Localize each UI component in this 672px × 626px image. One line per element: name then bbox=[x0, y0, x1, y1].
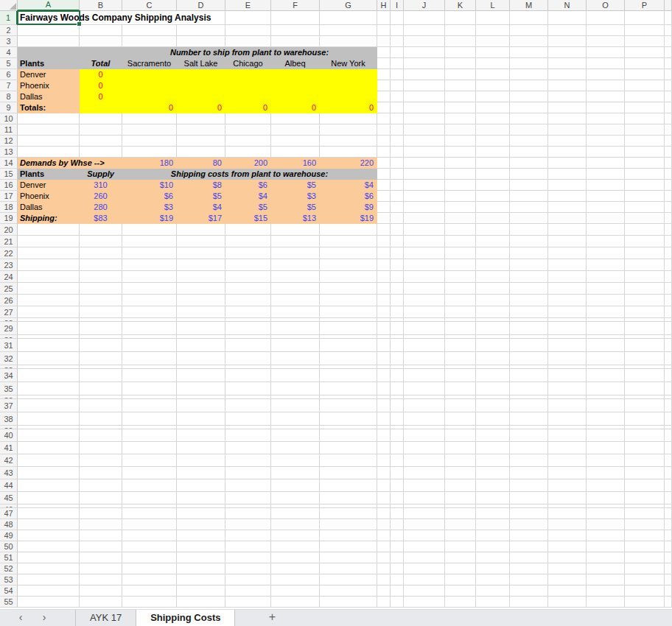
cell-G55[interactable] bbox=[320, 597, 377, 608]
col-header-partial[interactable] bbox=[665, 0, 672, 11]
cell-N32[interactable] bbox=[548, 352, 587, 365]
cell-B7[interactable]: 0 bbox=[80, 80, 122, 91]
cell-M54[interactable] bbox=[510, 585, 548, 597]
cell-J38[interactable] bbox=[404, 412, 445, 426]
cell-D18[interactable]: $4 bbox=[177, 202, 225, 213]
cell-M15[interactable] bbox=[510, 169, 548, 180]
cell-B34[interactable] bbox=[80, 369, 122, 382]
cell-G3[interactable] bbox=[320, 36, 377, 47]
cell-F38[interactable] bbox=[271, 412, 320, 426]
col-header-L[interactable]: L bbox=[476, 0, 510, 11]
cell-N42[interactable] bbox=[548, 454, 587, 467]
row-header-9[interactable]: 9 bbox=[0, 102, 18, 113]
cell-G18[interactable]: $9 bbox=[320, 202, 377, 213]
cell-L44[interactable] bbox=[476, 479, 510, 492]
cell-H23[interactable] bbox=[377, 259, 391, 271]
cell-E20[interactable] bbox=[225, 224, 271, 236]
cell-M11[interactable] bbox=[510, 124, 548, 136]
cell-B3[interactable] bbox=[80, 36, 122, 47]
cell-D22[interactable] bbox=[177, 247, 225, 259]
cell-N1[interactable] bbox=[548, 11, 587, 25]
cell-K48[interactable] bbox=[445, 519, 476, 530]
cell-x15[interactable] bbox=[665, 169, 672, 180]
cell-A54[interactable] bbox=[18, 585, 80, 597]
cell-D24[interactable] bbox=[177, 271, 225, 283]
cell-N13[interactable] bbox=[548, 147, 587, 158]
cell-L16[interactable] bbox=[476, 180, 510, 191]
cell-x10[interactable] bbox=[665, 113, 672, 124]
cell-K1[interactable] bbox=[445, 11, 476, 25]
cell-P13[interactable] bbox=[625, 147, 665, 158]
cell-I5[interactable] bbox=[391, 58, 404, 69]
cell-K37[interactable] bbox=[445, 399, 476, 412]
cell-F5[interactable]: Albeq bbox=[271, 58, 320, 69]
cell-O26[interactable] bbox=[587, 295, 625, 306]
cell-H8[interactable] bbox=[377, 91, 391, 102]
cell-B40[interactable] bbox=[80, 429, 122, 442]
cell-O5[interactable] bbox=[587, 58, 625, 69]
cell-N55[interactable] bbox=[548, 597, 587, 608]
cell-D11[interactable] bbox=[177, 124, 225, 136]
cell-O25[interactable] bbox=[587, 283, 625, 295]
cell-M41[interactable] bbox=[510, 442, 548, 454]
cell-x49[interactable] bbox=[665, 530, 672, 541]
cell-I52[interactable] bbox=[391, 563, 404, 574]
col-header-C[interactable]: C bbox=[122, 0, 177, 11]
cell-G22[interactable] bbox=[320, 247, 377, 259]
cell-I7[interactable] bbox=[391, 80, 404, 91]
cell-A38[interactable] bbox=[18, 412, 80, 426]
cell-M52[interactable] bbox=[510, 563, 548, 574]
cell-A16[interactable]: Denver bbox=[18, 180, 80, 191]
row-header-2[interactable]: 2 bbox=[0, 25, 18, 36]
col-header-P[interactable]: P bbox=[625, 0, 665, 11]
cell-A7[interactable]: Phoenix bbox=[18, 80, 80, 91]
cell-x11[interactable] bbox=[665, 124, 672, 136]
cell-x17[interactable] bbox=[665, 191, 672, 202]
cell-C6[interactable] bbox=[122, 69, 377, 80]
cell-F31[interactable] bbox=[271, 339, 320, 352]
cell-H17[interactable] bbox=[377, 191, 391, 202]
cell-O13[interactable] bbox=[587, 147, 625, 158]
cell-F25[interactable] bbox=[271, 283, 320, 295]
row-header-8[interactable]: 8 bbox=[0, 91, 18, 102]
cell-D50[interactable] bbox=[177, 541, 225, 552]
cell-C31[interactable] bbox=[122, 339, 177, 352]
cell-C18[interactable]: $3 bbox=[122, 202, 177, 213]
cell-L21[interactable] bbox=[476, 236, 510, 247]
cell-P5[interactable] bbox=[625, 58, 665, 69]
cell-P54[interactable] bbox=[625, 585, 665, 597]
cell-G37[interactable] bbox=[320, 399, 377, 412]
cell-N15[interactable] bbox=[548, 169, 587, 180]
cell-K26[interactable] bbox=[445, 295, 476, 306]
cell-O17[interactable] bbox=[587, 191, 625, 202]
cell-K25[interactable] bbox=[445, 283, 476, 295]
col-header-J[interactable]: J bbox=[404, 0, 445, 11]
cell-I3[interactable] bbox=[391, 36, 404, 47]
cell-E2[interactable] bbox=[225, 25, 271, 36]
cell-D27[interactable] bbox=[177, 306, 225, 318]
cell-D41[interactable] bbox=[177, 442, 225, 454]
cell-L50[interactable] bbox=[476, 541, 510, 552]
cell-D40[interactable] bbox=[177, 429, 225, 442]
cell-M9[interactable] bbox=[510, 102, 548, 113]
cell-C53[interactable] bbox=[122, 574, 177, 585]
cell-N54[interactable] bbox=[548, 585, 587, 597]
cell-I43[interactable] bbox=[391, 467, 404, 479]
cell-K21[interactable] bbox=[445, 236, 476, 247]
cell-x45[interactable] bbox=[665, 492, 672, 504]
cell-I27[interactable] bbox=[391, 306, 404, 318]
cell-M37[interactable] bbox=[510, 399, 548, 412]
cell-A12[interactable] bbox=[18, 136, 80, 147]
cell-L54[interactable] bbox=[476, 585, 510, 597]
cell-C54[interactable] bbox=[122, 585, 177, 597]
cell-P47[interactable] bbox=[625, 508, 665, 519]
cell-A9[interactable]: Totals: bbox=[18, 102, 80, 113]
cell-D14[interactable]: 80 bbox=[177, 158, 225, 169]
cell-I17[interactable] bbox=[391, 191, 404, 202]
cell-K15[interactable] bbox=[445, 169, 476, 180]
cell-K38[interactable] bbox=[445, 412, 476, 426]
cell-P25[interactable] bbox=[625, 283, 665, 295]
cell-K5[interactable] bbox=[445, 58, 476, 69]
cell-E13[interactable] bbox=[225, 147, 271, 158]
cell-H12[interactable] bbox=[377, 136, 391, 147]
